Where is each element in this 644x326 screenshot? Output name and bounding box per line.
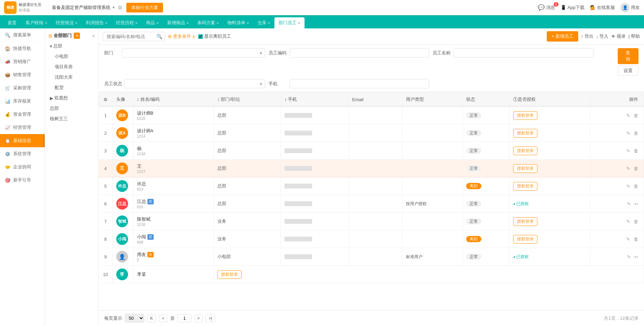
tab-home[interactable]: 首页 bbox=[3, 17, 21, 28]
search-submit-icon[interactable]: 🔍 bbox=[156, 34, 162, 39]
dept-collapse-icon[interactable]: « bbox=[92, 33, 95, 38]
authorize-btn[interactable]: 授权登录 bbox=[513, 147, 537, 155]
delete-icon[interactable]: 🗑 bbox=[634, 219, 638, 224]
user-avatar[interactable]: 👤 用友 bbox=[620, 3, 640, 12]
basic-info-item[interactable]: 📋 基础信息 bbox=[0, 134, 45, 147]
prev-page-btn[interactable]: < bbox=[159, 315, 167, 322]
phone-input[interactable] bbox=[290, 79, 429, 88]
emp-status-select[interactable] bbox=[124, 79, 265, 88]
app-download-btn[interactable]: 📱 App下载 bbox=[561, 5, 584, 11]
message-btn[interactable]: 💬 消息 6 bbox=[538, 4, 555, 11]
tab-barcode[interactable]: 条码方案 ✕ bbox=[193, 17, 223, 28]
import-btn[interactable]: ↓ 导入 bbox=[596, 33, 609, 39]
emp-code-input[interactable] bbox=[290, 48, 429, 58]
edit-icon[interactable]: ✎ bbox=[626, 166, 630, 171]
delete-icon[interactable]: 🗑 bbox=[634, 237, 638, 242]
settings-icon[interactable]: ⚙ bbox=[118, 5, 122, 11]
trial-btn[interactable]: 体验行业方案 bbox=[126, 3, 163, 12]
edit-icon[interactable]: ✎ bbox=[626, 237, 630, 242]
authorize-btn[interactable]: 授权登录 bbox=[513, 111, 537, 120]
dept-item-small[interactable]: 小电部 bbox=[45, 51, 98, 62]
delete-icon[interactable]: 🗑 bbox=[634, 131, 638, 136]
export-btn[interactable]: ↑ 导出 bbox=[581, 33, 593, 39]
delete-icon[interactable]: 🗑 bbox=[634, 184, 638, 189]
search-input[interactable] bbox=[103, 32, 165, 41]
tab-goods[interactable]: 商品 ✕ bbox=[142, 17, 163, 28]
dept-item-head[interactable]: ▾ 总部 bbox=[45, 41, 98, 51]
page-input[interactable] bbox=[178, 314, 191, 322]
dept-edit-icon[interactable]: ✎ bbox=[74, 33, 80, 39]
dept-item-hq[interactable]: 总部 bbox=[45, 103, 98, 114]
col-header-phone[interactable]: ↕ 手机 bbox=[281, 93, 349, 106]
import-icon: ↓ bbox=[596, 34, 599, 39]
add-employee-btn[interactable]: + 新增员工 bbox=[547, 31, 578, 42]
dept-item-shenyang[interactable]: 沈阳大库 bbox=[45, 72, 98, 82]
dept-item-project[interactable]: 项目库房 bbox=[45, 62, 98, 72]
enterprise-item[interactable]: 🤝 企业协同 bbox=[0, 160, 45, 174]
view-btn[interactable]: 👁 视录 bbox=[611, 33, 626, 39]
dept-item-shuanglu[interactable]: ▶ 双鹿想 bbox=[45, 93, 98, 103]
authorize-btn[interactable]: 授权登录 bbox=[217, 270, 242, 279]
delete-icon[interactable]: 🗑 bbox=[634, 148, 638, 153]
more-filter-btn[interactable]: ⚙ 更多条件 ∧ bbox=[168, 33, 196, 39]
sales-item[interactable]: 📦 销售管理 bbox=[0, 68, 45, 81]
system-dropdown-icon[interactable]: ▾ bbox=[112, 5, 115, 10]
dept-item-distribution[interactable]: 配货 bbox=[45, 82, 98, 93]
tab-history[interactable]: 经营历程 ✕ bbox=[112, 17, 142, 28]
quick-nav-item[interactable]: 🏠 快捷导航 bbox=[0, 42, 45, 55]
show-resigned-checkbox[interactable] bbox=[198, 34, 203, 39]
avatar: 智斌 bbox=[116, 215, 128, 227]
system-item[interactable]: ⚙️ 系统管理 bbox=[0, 147, 45, 160]
delete-icon[interactable]: 🗑 bbox=[634, 166, 638, 171]
edit-icon[interactable]: ✎ bbox=[626, 219, 630, 224]
tab-operations[interactable]: 经营情况 ✕ bbox=[52, 17, 82, 28]
show-resigned-checkbox-label[interactable]: 显示离职员工 bbox=[198, 33, 231, 39]
enterprise-icon: 🤝 bbox=[5, 165, 10, 170]
tab-profit[interactable]: 利润报告 ✕ bbox=[82, 17, 112, 28]
guide-item[interactable]: 🎯 新手引导 bbox=[0, 174, 45, 187]
tab-customer[interactable]: 客户联络 ✕ bbox=[21, 17, 52, 28]
dept-item-planting[interactable]: 植树王三 bbox=[45, 114, 98, 124]
col-header-settings[interactable]: ⚙ bbox=[99, 93, 112, 106]
query-btn[interactable]: 查询 bbox=[618, 48, 638, 64]
authorize-btn[interactable]: 授权登录 bbox=[513, 235, 537, 244]
edit-icon[interactable]: ✎ bbox=[627, 201, 631, 206]
inventory-item[interactable]: 📊 库存核算 bbox=[0, 95, 45, 108]
delete-icon[interactable]: 🗑 bbox=[634, 113, 638, 118]
employee-code: 008 bbox=[137, 240, 210, 244]
page-size-select[interactable]: 50 20 100 bbox=[125, 314, 144, 323]
help-btn[interactable]: | 帮助 bbox=[628, 33, 640, 39]
employee-code: 1216 bbox=[137, 222, 210, 227]
dept-filter-select[interactable] bbox=[122, 48, 265, 58]
edit-icon[interactable]: ✎ bbox=[627, 254, 631, 259]
tab-add-goods[interactable]: 新增商品 ✕ bbox=[163, 17, 193, 28]
finance-item[interactable]: 💰 资金管理 bbox=[0, 108, 45, 121]
avatar: 王 bbox=[116, 162, 128, 174]
edit-icon[interactable]: ✎ bbox=[626, 184, 630, 189]
edit-icon[interactable]: ✎ bbox=[626, 113, 630, 118]
col-header-dept[interactable]: ↕ 部门/职位 bbox=[214, 93, 281, 106]
next-page-btn[interactable]: > bbox=[194, 315, 203, 322]
authorize-btn[interactable]: 授权登录 bbox=[513, 129, 537, 138]
authorize-btn[interactable]: 授权登录 bbox=[513, 164, 537, 173]
purchase-item[interactable]: 🛒 采购管理 bbox=[0, 81, 45, 95]
marketing-item[interactable]: 📣 营销推广 bbox=[0, 55, 45, 68]
delete-icon[interactable]: ↩ bbox=[634, 254, 638, 259]
edit-icon[interactable]: ✎ bbox=[626, 148, 630, 153]
emp-name-input[interactable] bbox=[454, 48, 593, 58]
first-page-btn[interactable]: K bbox=[147, 315, 156, 322]
employee-name: 江总 部 bbox=[137, 199, 210, 205]
online-service-btn[interactable]: 💁 在线客服 bbox=[590, 5, 615, 11]
operations-item[interactable]: 📈 经营管理 bbox=[0, 121, 45, 134]
tab-employees[interactable]: 部门员工 ✕ bbox=[274, 17, 305, 28]
last-page-btn[interactable]: >| bbox=[206, 315, 215, 322]
edit-icon[interactable]: ✎ bbox=[626, 131, 630, 136]
search-menu-item[interactable]: 🔍 搜索菜单 bbox=[0, 28, 45, 42]
col-header-name[interactable]: ↕ 姓名/编码 bbox=[133, 93, 214, 106]
tab-bom[interactable]: 物料清单 ✕ bbox=[223, 17, 253, 28]
authorize-btn[interactable]: 授权登录 bbox=[513, 182, 537, 191]
settings-btn[interactable]: 设置 bbox=[618, 66, 638, 76]
delete-icon[interactable]: ↩ bbox=[634, 201, 638, 206]
tab-warehouse[interactable]: 仓库 ✕ bbox=[253, 17, 274, 28]
authorize-btn[interactable]: 授权登录 bbox=[513, 217, 537, 226]
